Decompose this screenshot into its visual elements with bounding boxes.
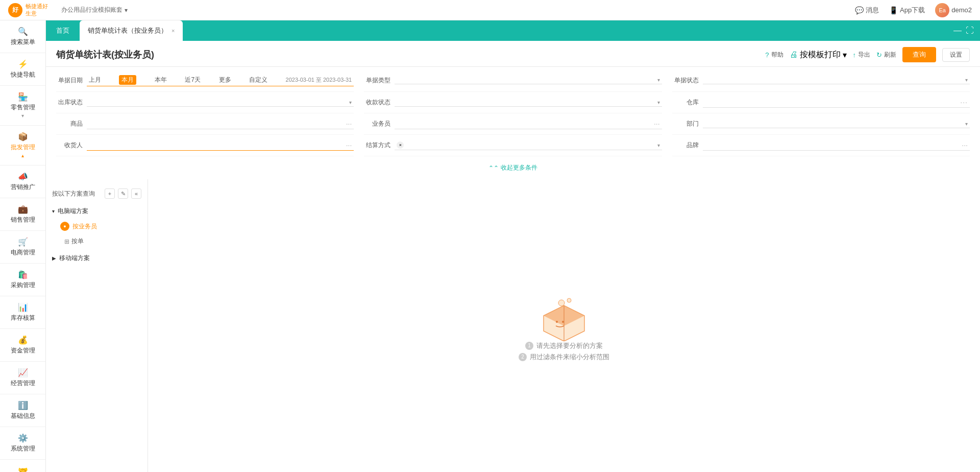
brand-filter-cell: 品牌 ··· <box>672 135 970 156</box>
sidebar-item-finance[interactable]: 💰 资金管理 <box>0 329 45 362</box>
payment-status-input[interactable]: ▾ <box>395 99 662 107</box>
receiver-input[interactable]: ··· <box>87 140 354 151</box>
panel-collapse-btn[interactable]: « <box>131 188 141 199</box>
app-download-label: App下载 <box>900 6 925 15</box>
collapse-up-icon: ⌃⌃ <box>488 164 499 172</box>
panel-item-by-salesperson[interactable]: ● 按业务员 <box>46 219 148 234</box>
message-label: 消息 <box>866 6 879 15</box>
panel-edit-btn[interactable]: ✎ <box>118 188 128 199</box>
settings-btn[interactable]: 设置 <box>942 48 970 62</box>
panel-item-by-order[interactable]: ⊞ 按单 <box>46 234 148 249</box>
basic-info-icon: ℹ️ <box>2 400 43 410</box>
receiver-label: 收货人 <box>56 141 83 150</box>
warehouse-input[interactable]: ··· <box>703 97 970 108</box>
query-btn[interactable]: 查询 <box>902 47 936 62</box>
tab-expand-btn[interactable]: ⛶ <box>966 26 974 35</box>
payment-status-arrow-icon: ▾ <box>657 100 660 105</box>
payment-status-filter-cell: 收款状态 ▾ <box>364 92 662 113</box>
app-download-btn[interactable]: 📱 App下载 <box>889 6 925 15</box>
breadcrumb[interactable]: 办公用品行业模拟账套 ▾ <box>61 6 128 14</box>
panel-item-salesperson-label: 按业务员 <box>72 222 97 231</box>
sidebar-label-sales: 销售管理 <box>2 216 43 224</box>
sales-icon: 💼 <box>2 204 43 214</box>
brand-dots-icon: ··· <box>962 141 968 149</box>
tab-minimize-btn[interactable]: — <box>953 26 962 35</box>
doc-status-label: 单据状态 <box>672 76 699 85</box>
export-btn[interactable]: ↑ 导出 <box>853 51 871 59</box>
sidebar-label-inventory: 库存核算 <box>2 314 43 322</box>
message-btn[interactable]: 💬 消息 <box>855 6 879 15</box>
sidebar-label-system: 系统管理 <box>2 444 43 453</box>
home-tab-label: 首页 <box>56 26 69 35</box>
sidebar-item-enterprise[interactable]: 🤝 企业协同 <box>0 460 45 472</box>
mobile-section: ▶ 移动端方案 <box>46 251 148 266</box>
active-item-dot: ● <box>60 222 69 231</box>
logo-icon: 好 <box>8 3 22 17</box>
sidebar-item-system[interactable]: ⚙️ 系统管理 <box>0 427 45 460</box>
date-option-7days[interactable]: 近7天 <box>185 76 201 84</box>
empty-text-1: 1 请先选择要分析的方案 <box>525 341 603 350</box>
payment-method-input[interactable]: × ▾ <box>395 140 662 150</box>
sidebar-item-basic-info[interactable]: ℹ️ 基础信息 <box>0 394 45 427</box>
sidebar-item-quick-nav[interactable]: ⚡ 快捷导航 <box>0 53 45 86</box>
sidebar-label-marketing: 营销推广 <box>2 183 43 192</box>
stock-status-input[interactable]: ▾ <box>87 99 354 107</box>
help-btn[interactable]: ? 帮助 <box>765 51 783 59</box>
goods-input[interactable]: ··· <box>87 119 354 129</box>
print-label: 按模板打印 <box>800 50 841 60</box>
doc-type-arrow-icon: ▾ <box>657 77 660 83</box>
date-option-custom[interactable]: 自定义 <box>249 76 267 84</box>
date-option-this-year[interactable]: 本年 <box>155 76 167 84</box>
panel-add-btn[interactable]: + <box>105 188 115 199</box>
collapse-btn[interactable]: ⌃⌃ 收起更多条件 <box>488 160 537 175</box>
breadcrumb-text: 办公用品行业模拟账套 <box>61 6 122 14</box>
panel-header-label: 按以下方案查询 <box>52 190 95 198</box>
step2-text: 用过滤条件来缩小分析范围 <box>530 352 609 362</box>
user-area[interactable]: Ea demo2 <box>935 3 972 17</box>
payment-method-clear[interactable]: × <box>397 141 404 149</box>
salesperson-label: 业务员 <box>364 120 390 128</box>
brand-input[interactable]: ··· <box>703 140 970 151</box>
header-right: 💬 消息 📱 App下载 Ea demo2 <box>855 3 972 17</box>
sidebar-item-marketing[interactable]: 📣 营销推广 <box>0 166 45 198</box>
tab-active[interactable]: 销货单统计表（按业务员） × <box>80 20 183 41</box>
page-actions: ? 帮助 🖨 按模板打印 ▾ ↑ 导出 ↻ 刷新 <box>765 47 970 62</box>
department-filter-cell: 部门 ▾ <box>672 113 970 135</box>
sidebar-item-ecommerce[interactable]: 🛒 电商管理 <box>0 231 45 264</box>
payment-status-label: 收款状态 <box>364 98 390 107</box>
salesperson-input[interactable]: ··· <box>395 119 662 129</box>
refresh-btn[interactable]: ↻ 刷新 <box>876 51 896 59</box>
sidebar-item-retail[interactable]: 🏪 零售管理 ▾ <box>0 86 45 126</box>
tab-home[interactable]: 首页 <box>46 20 80 41</box>
message-icon: 💬 <box>855 6 864 14</box>
doc-type-input[interactable]: ▾ <box>395 76 662 84</box>
department-input[interactable]: ▾ <box>703 120 970 128</box>
sidebar-item-wholesale[interactable]: 📦 批发管理 ▴ <box>0 126 45 166</box>
date-filter-input[interactable]: 上月 本月 本年 近7天 更多 自定义 2023-03-01 至 2023-03… <box>87 74 354 86</box>
sidebar-item-inventory[interactable]: 📊 库存核算 <box>0 296 45 329</box>
sidebar-item-operations[interactable]: 📈 经营管理 <box>0 362 45 394</box>
sidebar-item-purchase[interactable]: 🛍️ 采购管理 <box>0 264 45 296</box>
date-option-this-month[interactable]: 本月 <box>119 75 136 85</box>
mobile-section-header[interactable]: ▶ 移动端方案 <box>46 251 148 266</box>
print-btn[interactable]: 🖨 按模板打印 ▾ <box>790 50 847 60</box>
sidebar-item-search[interactable]: 🔍 搜索菜单 <box>0 20 45 53</box>
page-title: 销货单统计表(按业务员) <box>56 49 154 61</box>
date-option-more[interactable]: 更多 <box>219 76 231 84</box>
stock-status-arrow-icon: ▾ <box>349 100 352 105</box>
date-option-last-month[interactable]: 上月 <box>89 76 101 84</box>
desktop-section-label: 电脑端方案 <box>58 207 88 216</box>
user-name: demo2 <box>951 6 972 14</box>
tab-close-btn[interactable]: × <box>172 28 175 34</box>
payment-method-filter-cell: 结算方式 × ▾ <box>364 135 662 156</box>
sidebar-item-sales[interactable]: 💼 销售管理 <box>0 198 45 231</box>
receiver-dots-icon: ··· <box>346 141 352 149</box>
desktop-section-header[interactable]: ▾ 电脑端方案 <box>46 204 148 219</box>
warehouse-label: 仓库 <box>672 98 699 107</box>
doc-status-input[interactable]: ▾ <box>703 76 970 84</box>
goods-label: 商品 <box>56 120 83 128</box>
sidebar-label-ecommerce: 电商管理 <box>2 248 43 257</box>
goods-dots-icon: ··· <box>346 120 352 128</box>
doc-type-label: 单据类型 <box>364 76 390 85</box>
tab-bar: 首页 销货单统计表（按业务员） × — ⛶ <box>46 20 980 41</box>
